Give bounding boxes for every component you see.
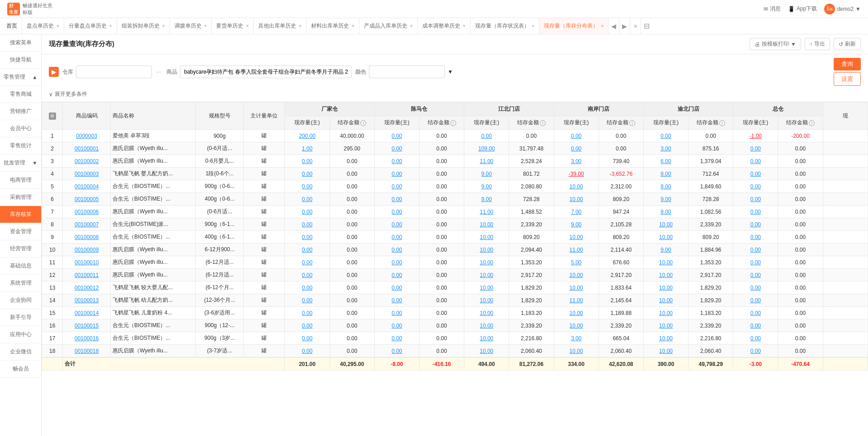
cell-code[interactable]: 00100011 — [63, 269, 111, 281]
close-icon[interactable]: × — [109, 23, 112, 28]
close-icon[interactable]: × — [299, 23, 302, 28]
sidebar-item-ecommerce[interactable]: 电商管理 — [0, 172, 41, 189]
cell-f-stock[interactable]: 0.00 — [285, 193, 330, 206]
cell-na-stock[interactable]: 10.00 — [554, 281, 599, 294]
cell-jb-stock[interactable]: 10.00 — [464, 345, 509, 358]
sidebar-item-basic[interactable]: 基础信息 — [0, 258, 41, 275]
sidebar-item-retailshop[interactable]: 零售商城 — [0, 86, 41, 103]
close-icon[interactable]: × — [57, 23, 59, 28]
cell-jb-stock[interactable]: 9.00 — [464, 180, 509, 193]
close-icon[interactable]: × — [352, 23, 354, 28]
tab-pandian[interactable]: 盘点单历史 × — [22, 18, 64, 34]
cell-yb-stock[interactable]: 10.00 — [643, 294, 688, 307]
cell-jb-stock[interactable]: 11.00 — [464, 206, 509, 218]
cell-f-stock[interactable]: 0.00 — [285, 218, 330, 231]
sidebar-item-marketing[interactable]: 营销推广 — [0, 103, 41, 120]
cell-yb-stock[interactable]: 10.00 — [643, 281, 688, 294]
cell-c-stock[interactable]: 0.00 — [374, 206, 419, 218]
cell-c-stock[interactable]: 0.00 — [374, 294, 419, 307]
cell-t-stock[interactable]: 0.00 — [733, 345, 778, 358]
cell-code[interactable]: 00100014 — [63, 307, 111, 319]
tab-qitachu[interactable]: 其他出库单历史 × — [254, 18, 307, 34]
cell-c-stock[interactable]: 0.00 — [374, 319, 419, 332]
cell-yb-stock[interactable]: 6.00 — [643, 155, 688, 168]
color-input[interactable] — [369, 66, 445, 78]
tab-fenpandian[interactable]: 分量盘点单历史 × — [64, 18, 117, 34]
cell-yb-stock[interactable]: 10.00 — [643, 319, 688, 332]
info-icon5[interactable]: i — [719, 120, 725, 126]
user-profile[interactable]: Ea demo2 ▼ — [824, 4, 861, 14]
info-icon4[interactable]: i — [629, 120, 635, 126]
cell-na-stock[interactable]: 0.00 — [554, 130, 599, 142]
info-icon6[interactable]: i — [809, 120, 815, 126]
cell-c-stock[interactable]: 0.00 — [374, 142, 419, 155]
cell-jb-stock[interactable]: 10.00 — [464, 256, 509, 269]
cell-jb-stock[interactable]: 9.00 — [464, 168, 509, 180]
cell-code[interactable]: 00100004 — [63, 180, 111, 193]
cell-na-stock[interactable]: 0.00 — [554, 142, 599, 155]
expand-btn[interactable]: ∨ 展开更多条件 — [49, 90, 87, 98]
cell-t-stock[interactable]: 0.00 — [733, 180, 778, 193]
tab-next-btn[interactable]: ▶ — [619, 18, 630, 34]
cell-jb-stock[interactable]: 10.00 — [464, 332, 509, 345]
cell-jb-stock[interactable]: 109.00 — [464, 142, 509, 155]
cell-code[interactable]: 00100002 — [63, 155, 111, 168]
setting-btn[interactable]: 设置 — [834, 72, 861, 86]
close-icon[interactable]: × — [410, 23, 413, 28]
cell-code[interactable]: 00100007 — [63, 218, 111, 231]
cell-c-stock[interactable]: 0.00 — [374, 231, 419, 244]
cell-t-stock[interactable]: 0.00 — [733, 256, 778, 269]
cell-na-stock[interactable]: 10.00 — [554, 193, 599, 206]
close-icon[interactable]: × — [601, 23, 604, 28]
sidebar-item-appcenter[interactable]: 应用中心 — [0, 326, 41, 343]
cell-jb-stock[interactable]: 10.00 — [464, 231, 509, 244]
cell-t-stock[interactable]: 0.00 — [733, 206, 778, 218]
tab-diaobo[interactable]: 调拨单历史 × — [170, 18, 212, 34]
cell-jb-stock[interactable]: 11.00 — [464, 155, 509, 168]
cell-c-stock[interactable]: 0.00 — [374, 193, 419, 206]
sidebar-item-vip[interactable]: 畅会员 — [0, 361, 41, 378]
sidebar-item-retailstat[interactable]: 零售统计 — [0, 137, 41, 155]
cell-c-stock[interactable]: 0.00 — [374, 155, 419, 168]
cell-yb-stock[interactable]: 10.00 — [643, 332, 688, 345]
sidebar-item-guide[interactable]: 新手引导 — [0, 309, 41, 326]
cell-code[interactable]: 0000003 — [63, 130, 111, 142]
cell-c-stock[interactable]: 0.00 — [374, 345, 419, 358]
cell-yb-stock[interactable]: 9.00 — [643, 244, 688, 256]
cell-yb-stock[interactable]: 10.00 — [643, 231, 688, 244]
cell-f-stock[interactable]: 0.00 — [285, 307, 330, 319]
cell-na-stock[interactable]: 11.00 — [554, 294, 599, 307]
cell-f-stock[interactable]: 0.00 — [285, 319, 330, 332]
cell-yb-stock[interactable]: 9.00 — [643, 193, 688, 206]
cell-c-stock[interactable]: 0.00 — [374, 281, 419, 294]
tab-expand-btn[interactable]: ⊟ — [641, 18, 652, 34]
sidebar-item-inventory[interactable]: 库存核算 — [0, 206, 41, 223]
tab-close-current-btn[interactable]: × — [630, 18, 641, 34]
sidebar-item-system[interactable]: 系统管理 — [0, 275, 41, 292]
cell-c-stock[interactable]: 0.00 — [374, 332, 419, 345]
sidebar-item-quicknav[interactable]: 快捷导航 — [0, 52, 41, 69]
cell-code[interactable]: 00100001 — [63, 142, 111, 155]
cell-jb-stock[interactable]: 10.00 — [464, 319, 509, 332]
cell-jb-stock[interactable]: 0.00 — [464, 130, 509, 142]
cell-f-stock[interactable]: 0.00 — [285, 332, 330, 345]
close-icon[interactable]: × — [162, 23, 165, 28]
cell-jb-stock[interactable]: 10.00 — [464, 269, 509, 281]
message-btn[interactable]: ✉ 消息 — [764, 5, 781, 13]
cell-na-stock[interactable]: 10.00 — [554, 180, 599, 193]
cell-jb-stock[interactable]: 10.00 — [464, 244, 509, 256]
tab-cailiaochu[interactable]: 材料出库单历史 × — [307, 18, 359, 34]
cell-f-stock[interactable]: 0.00 — [285, 155, 330, 168]
cell-code[interactable]: 00100015 — [63, 319, 111, 332]
warehouse-input[interactable] — [76, 66, 152, 78]
tab-prev-btn[interactable]: ◀ — [609, 18, 619, 34]
cell-jb-stock[interactable]: 10.00 — [464, 218, 509, 231]
tab-zuchaichu[interactable]: 组装拆卸单历史 × — [117, 18, 170, 34]
sidebar-item-enterprise[interactable]: 企业协同 — [0, 292, 41, 309]
cell-c-stock[interactable]: 0.00 — [374, 168, 419, 180]
sidebar-item-retail[interactable]: 零售管理 ▲ — [0, 69, 41, 86]
cell-jb-stock[interactable]: 10.00 — [464, 307, 509, 319]
cell-f-stock[interactable]: 0.00 — [285, 244, 330, 256]
app-download-btn[interactable]: 📱 App下载 — [788, 5, 817, 13]
cell-na-stock[interactable]: 10.00 — [554, 307, 599, 319]
